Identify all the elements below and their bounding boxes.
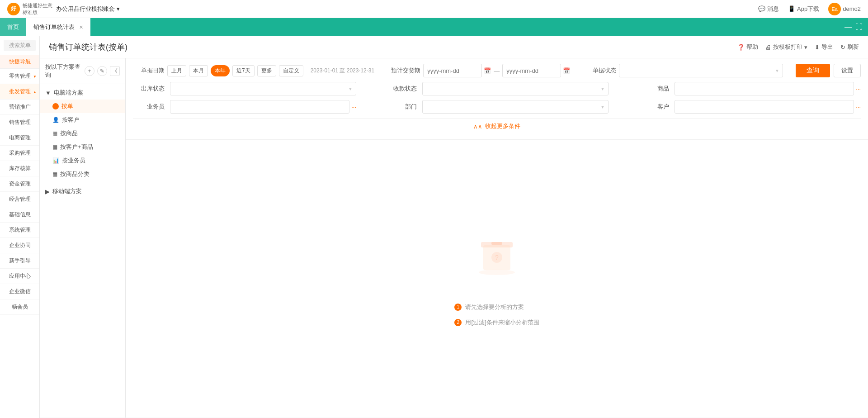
main-layout: 搜索菜单 快捷导航 零售管理 批发管理 营销推广 销售管理 电商管理 采购管理 … xyxy=(0,36,868,418)
sidebar-item-purchase[interactable]: 采购管理 xyxy=(0,146,39,161)
sidebar-nav-section: 快捷导航 xyxy=(0,55,39,69)
export-button[interactable]: ⬇ 导出 xyxy=(815,43,833,51)
search-menu-button[interactable]: 搜索菜单 xyxy=(4,40,36,51)
sidebar-item-system[interactable]: 系统管理 xyxy=(0,223,39,238)
customer-input-wrap: ··· xyxy=(675,100,861,114)
scheme-item-by-goods[interactable]: ▦ 按商品 xyxy=(40,127,125,140)
salesperson-more-icon[interactable]: ··· xyxy=(351,104,356,110)
scheme-edit-button[interactable]: ✎ xyxy=(97,66,107,76)
shortcut-nav-button[interactable]: 快捷导航 xyxy=(0,55,39,68)
scheme-item-by-order[interactable]: 按单 xyxy=(40,100,125,113)
sidebar-item-enterprise[interactable]: 企业协同 xyxy=(0,238,39,253)
calendar-from-icon[interactable]: 📅 xyxy=(484,67,491,74)
sidebar-item-retail[interactable]: 零售管理 xyxy=(0,69,39,84)
scheme-item-by-customer-goods[interactable]: ▦ 按客户+商品 xyxy=(40,140,125,154)
logo-area: 好 畅捷通好生意 标准版 xyxy=(7,2,52,15)
customer-input[interactable] xyxy=(675,100,854,114)
scheme-section-pc-header[interactable]: ▼ 电脑端方案 xyxy=(40,86,125,100)
sidebar-item-inventory[interactable]: 库存核算 xyxy=(0,161,39,176)
top-title-dropdown[interactable]: 办公用品行业模拟账套 ▾ xyxy=(56,5,120,13)
scheme-add-button[interactable]: + xyxy=(85,66,94,76)
sidebar-item-management[interactable]: 经营管理 xyxy=(0,192,39,207)
date-btn-7days[interactable]: 近7天 xyxy=(232,65,255,76)
expected-date-to[interactable] xyxy=(502,64,561,77)
export-icon: ⬇ xyxy=(815,44,820,51)
tab-close-icon[interactable]: ✕ xyxy=(79,24,83,30)
goods-input-wrap: ··· xyxy=(675,82,861,95)
filter-row-1: 单据日期 上月 本月 本年 近7天 更多 自定义 2023-01-01 至 20… xyxy=(133,64,861,77)
empty-state: ? 1 请先选择要分析的方案 2 用[过滤]条件来缩小分析范围 xyxy=(126,140,868,418)
expected-date-group: 预计交货期 📅 — 📅 xyxy=(389,64,570,77)
maximize-icon[interactable]: ⛶ xyxy=(855,23,863,31)
date-btn-custom[interactable]: 自定义 xyxy=(279,65,303,76)
empty-svg: ? xyxy=(470,229,524,284)
date-btn-this-month[interactable]: 本月 xyxy=(189,65,208,76)
status-group: 单据状态 ▼ xyxy=(585,64,783,77)
receipt-select-wrap: ▼ xyxy=(422,82,609,95)
sidebar-item-finance[interactable]: 资金管理 xyxy=(0,176,39,192)
receipt-select[interactable] xyxy=(422,82,609,95)
calendar-to-icon[interactable]: 📅 xyxy=(563,67,570,74)
outbound-label: 出库状态 xyxy=(133,85,165,93)
scheme-panel-title: 按以下方案查询 xyxy=(45,63,85,79)
sidebar-item-newbie[interactable]: 新手引导 xyxy=(0,253,39,269)
message-button[interactable]: 💬 消息 xyxy=(758,5,779,13)
sidebar-item-wechat[interactable]: 企业微信 xyxy=(0,284,39,299)
date-btn-last-month[interactable]: 上月 xyxy=(167,65,186,76)
help-button[interactable]: ❓ 帮助 xyxy=(737,43,758,51)
tab-sales-stat[interactable]: 销售订单统计表 ✕ xyxy=(26,18,90,36)
goods-more-icon[interactable]: ··· xyxy=(856,86,861,92)
sidebar-item-ecommerce[interactable]: 电商管理 xyxy=(0,130,39,146)
print-button[interactable]: 🖨 按模板打印 ▾ xyxy=(765,43,807,51)
top-bar: 好 畅捷通好生意 标准版 办公用品行业模拟账套 ▾ 💬 消息 📱 App下载 E… xyxy=(0,0,868,18)
minimize-icon[interactable]: — xyxy=(844,23,852,31)
status-label: 单据状态 xyxy=(585,66,616,75)
user-area[interactable]: Ea demo2 xyxy=(828,3,861,15)
print-icon: 🖨 xyxy=(765,44,771,51)
expected-date-from[interactable] xyxy=(423,64,482,77)
date-separator: — xyxy=(494,67,500,74)
scheme-collapse-button[interactable]: 《 xyxy=(110,66,120,76)
query-button[interactable]: 查询 xyxy=(796,64,830,77)
scheme-item-by-salesperson[interactable]: 📊 按业务员 xyxy=(40,154,125,167)
salesperson-input[interactable] xyxy=(170,100,349,114)
customer-more-icon[interactable]: ··· xyxy=(856,104,861,110)
scheme-item-by-customer[interactable]: 👤 按客户 xyxy=(40,113,125,127)
svg-text:?: ? xyxy=(495,254,499,261)
refresh-button[interactable]: ↻ 刷新 xyxy=(840,43,859,51)
status-select[interactable] xyxy=(619,64,783,77)
refresh-icon: ↻ xyxy=(840,44,845,51)
page-title: 销售订单统计表(按单) xyxy=(49,42,127,52)
sidebar-item-marketing[interactable]: 营销推广 xyxy=(0,100,39,115)
tab-home[interactable]: 首页 xyxy=(0,18,26,36)
collapse-label: 收起更多条件 xyxy=(485,122,520,130)
category-icon: ▦ xyxy=(52,171,57,177)
content-area: 销售订单统计表(按单) ❓ 帮助 🖨 按模板打印 ▾ ⬇ 导出 ↻ 刷新 xyxy=(40,36,868,418)
top-bar-right: 💬 消息 📱 App下载 Ea demo2 xyxy=(758,3,861,15)
sidebar-item-basic[interactable]: 基础信息 xyxy=(0,207,39,223)
date-btn-this-year[interactable]: 本年 xyxy=(211,65,230,76)
sidebar-item-appstore[interactable]: 应用中心 xyxy=(0,269,39,284)
scheme-item-by-category[interactable]: ▦ 按商品分类 xyxy=(40,167,125,181)
empty-tips: 1 请先选择要分析的方案 2 用[过滤]条件来缩小分析范围 xyxy=(454,301,539,328)
logo-text: 畅捷通好生意 标准版 xyxy=(23,2,52,15)
settings-button[interactable]: 设置 xyxy=(834,64,861,77)
top-bar-left: 好 畅捷通好生意 标准版 办公用品行业模拟账套 ▾ xyxy=(7,2,120,15)
sidebar-item-wholesale[interactable]: 批发管理 xyxy=(0,84,39,100)
collapse-bar[interactable]: ∧∧ 收起更多条件 xyxy=(133,118,861,134)
person-icon: 👤 xyxy=(52,117,59,123)
page-actions: ❓ 帮助 🖨 按模板打印 ▾ ⬇ 导出 ↻ 刷新 xyxy=(737,43,859,51)
dept-select[interactable] xyxy=(422,100,609,114)
tab-bar: 首页 销售订单统计表 ✕ — ⛶ xyxy=(0,18,868,36)
home-tab-label: 首页 xyxy=(7,23,19,31)
main-content-area: 按以下方案查询 + ✎ 《 ▼ 电脑端方案 按单 xyxy=(40,58,868,418)
goods-input[interactable] xyxy=(675,82,854,95)
app-download-button[interactable]: 📱 App下载 xyxy=(788,5,819,13)
sidebar-item-sales[interactable]: 销售管理 xyxy=(0,115,39,130)
outbound-select[interactable] xyxy=(170,82,356,95)
filter-row-3: 业务员 ··· 部门 ▼ 客户 xyxy=(133,100,861,114)
date-btn-more[interactable]: 更多 xyxy=(257,65,276,76)
scheme-section-mobile-header[interactable]: ▶ 移动端方案 xyxy=(40,185,125,198)
avatar: Ea xyxy=(828,3,841,15)
sidebar-item-member[interactable]: 畅会员 xyxy=(0,299,39,315)
